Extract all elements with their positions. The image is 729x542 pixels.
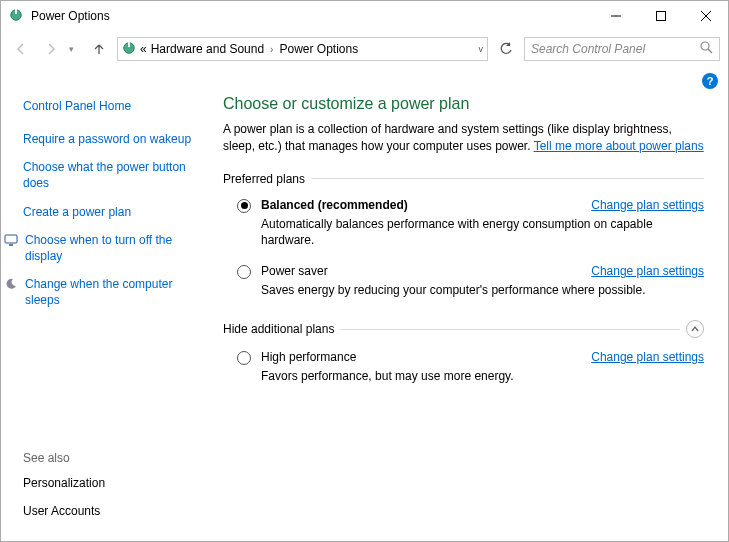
breadcrumb-back[interactable]: « bbox=[140, 42, 147, 56]
refresh-button[interactable] bbox=[494, 37, 518, 61]
sidebar-link-power-button[interactable]: Choose what the power button does bbox=[23, 159, 201, 191]
divider bbox=[340, 329, 680, 330]
close-button[interactable] bbox=[683, 1, 728, 31]
page-heading: Choose or customize a power plan bbox=[223, 95, 704, 113]
maximize-button[interactable] bbox=[638, 1, 683, 31]
sidebar-link-create-plan[interactable]: Create a power plan bbox=[23, 204, 201, 220]
svg-line-9 bbox=[708, 49, 712, 53]
divider bbox=[311, 178, 704, 179]
learn-more-link[interactable]: Tell me more about power plans bbox=[534, 139, 704, 153]
sidebar-item-label: Require a password on wakeup bbox=[23, 131, 191, 147]
breadcrumb-item[interactable]: Hardware and Sound bbox=[151, 42, 264, 56]
search-icon[interactable] bbox=[700, 41, 713, 57]
plan-description: Automatically balances performance with … bbox=[261, 216, 704, 248]
preferred-plans-header: Preferred plans bbox=[223, 172, 704, 186]
svg-rect-10 bbox=[5, 235, 17, 243]
see-also-personalization[interactable]: Personalization bbox=[23, 475, 201, 491]
plan-balanced: Balanced (recommended) Change plan setti… bbox=[223, 196, 704, 262]
search-input[interactable] bbox=[531, 42, 700, 56]
see-also-user-accounts[interactable]: User Accounts bbox=[23, 503, 201, 519]
plan-high-performance: High performance Change plan settings Fa… bbox=[223, 348, 704, 398]
sidebar-item-label: Choose what the power button does bbox=[23, 159, 201, 191]
plan-name[interactable]: High performance bbox=[261, 350, 356, 364]
collapse-button[interactable] bbox=[686, 320, 704, 338]
back-button[interactable] bbox=[9, 37, 33, 61]
display-icon bbox=[3, 232, 19, 248]
plan-name[interactable]: Balanced (recommended) bbox=[261, 198, 408, 212]
chevron-up-icon bbox=[690, 324, 700, 334]
see-also-label: See also bbox=[23, 451, 201, 465]
sidebar-item-label: Choose when to turn off the display bbox=[25, 232, 201, 264]
chevron-right-icon: › bbox=[268, 44, 275, 55]
section-label-text: Preferred plans bbox=[223, 172, 305, 186]
sidebar-item-label: Change when the computer sleeps bbox=[25, 276, 201, 308]
svg-rect-1 bbox=[15, 9, 17, 14]
minimize-button[interactable] bbox=[593, 1, 638, 31]
location-icon bbox=[122, 41, 136, 58]
radio-high-performance[interactable] bbox=[237, 351, 251, 365]
see-also-item-label: Personalization bbox=[23, 475, 105, 491]
window-titlebar: Power Options bbox=[1, 1, 728, 31]
sidebar-link-password-wakeup[interactable]: Require a password on wakeup bbox=[23, 131, 201, 147]
change-plan-settings-link[interactable]: Change plan settings bbox=[591, 264, 704, 278]
sidebar-link-sleep[interactable]: Change when the computer sleeps bbox=[23, 276, 201, 308]
svg-point-8 bbox=[701, 42, 709, 50]
main-content: Choose or customize a power plan A power… bbox=[211, 95, 728, 541]
history-dropdown-icon[interactable]: ▾ bbox=[69, 44, 81, 54]
search-box[interactable] bbox=[524, 37, 720, 61]
change-plan-settings-link[interactable]: Change plan settings bbox=[591, 198, 704, 212]
radio-balanced[interactable] bbox=[237, 199, 251, 213]
help-row: ? bbox=[1, 67, 728, 95]
svg-rect-3 bbox=[656, 12, 665, 21]
power-options-icon bbox=[9, 8, 25, 24]
address-bar[interactable]: « Hardware and Sound › Power Options v bbox=[117, 37, 488, 61]
breadcrumb-item[interactable]: Power Options bbox=[279, 42, 358, 56]
control-panel-home-link[interactable]: Control Panel Home bbox=[23, 99, 201, 113]
plan-power-saver: Power saver Change plan settings Saves e… bbox=[223, 262, 704, 312]
plan-name[interactable]: Power saver bbox=[261, 264, 328, 278]
up-button[interactable] bbox=[87, 37, 111, 61]
additional-plans-header[interactable]: Hide additional plans bbox=[223, 320, 704, 338]
sidebar-link-turnoff-display[interactable]: Choose when to turn off the display bbox=[23, 232, 201, 264]
plan-description: Favors performance, but may use more ene… bbox=[261, 368, 704, 384]
help-icon[interactable]: ? bbox=[702, 73, 718, 89]
forward-button[interactable] bbox=[39, 37, 63, 61]
sidebar-item-label: Create a power plan bbox=[23, 204, 131, 220]
svg-rect-7 bbox=[128, 41, 130, 46]
sidebar: Control Panel Home Require a password on… bbox=[1, 95, 211, 541]
radio-power-saver[interactable] bbox=[237, 265, 251, 279]
address-dropdown-icon[interactable]: v bbox=[479, 44, 484, 54]
change-plan-settings-link[interactable]: Change plan settings bbox=[591, 350, 704, 364]
page-description: A power plan is a collection of hardware… bbox=[223, 121, 704, 156]
see-also-item-label: User Accounts bbox=[23, 503, 100, 519]
sleep-icon bbox=[3, 276, 19, 292]
window-title: Power Options bbox=[31, 9, 593, 23]
section-label-text: Hide additional plans bbox=[223, 322, 334, 336]
plan-description: Saves energy by reducing your computer's… bbox=[261, 282, 704, 298]
navigation-bar: ▾ « Hardware and Sound › Power Options v bbox=[1, 31, 728, 67]
